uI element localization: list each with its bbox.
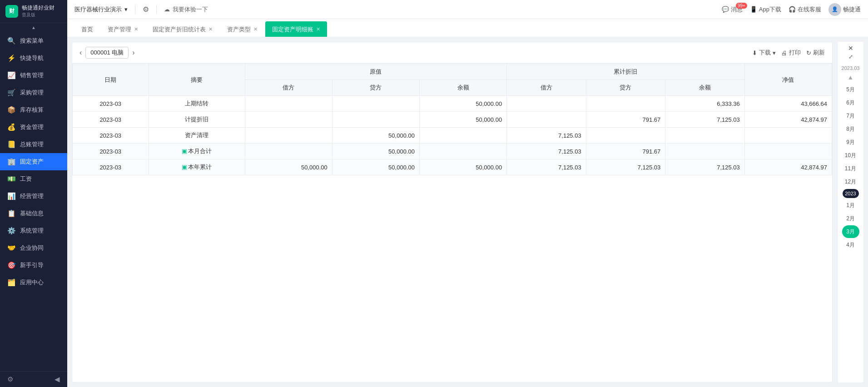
tab-home[interactable]: 首页 — [74, 21, 100, 37]
cell-acc-debit — [507, 96, 586, 112]
app-download-btn[interactable]: 📱 App下载 — [750, 5, 781, 14]
next-asset-btn[interactable]: › — [132, 49, 134, 57]
basics-icon: 📋 — [7, 209, 15, 218]
topbar-settings-icon[interactable]: ⚙ — [143, 5, 149, 14]
guide-icon: 🎯 — [7, 261, 15, 269]
summary-icon: ▣ — [182, 148, 187, 154]
company-selector[interactable]: 医疗器械行业演示 ▾ — [74, 5, 128, 14]
collapse-icon[interactable]: ◀ — [55, 375, 60, 383]
th-orig-credit: 贷方 — [332, 80, 419, 96]
panel-header: ‹ 000001 电脑 › ⬇ 下载 ▾ 🖨 打印 ↻ — [72, 42, 832, 64]
topbar-divider — [135, 5, 135, 14]
tab-asset-type[interactable]: 资产类型✕ — [220, 21, 264, 37]
sidebar-item-operations[interactable]: 📊经营管理 — [0, 188, 67, 205]
sidebar-item-system[interactable]: ⚙️系统管理 — [0, 222, 67, 239]
cell-orig-credit — [332, 112, 419, 128]
messages-btn[interactable]: 💬 消息 99+ — [722, 5, 743, 14]
sidebar-item-enterprise[interactable]: 🤝企业协同 — [0, 239, 67, 257]
timeline-up-arrow[interactable]: ▲ — [848, 74, 854, 81]
timeline-month[interactable]: 11月 — [842, 162, 859, 175]
print-btn[interactable]: 🖨 打印 — [781, 49, 801, 57]
sidebar-item-apps[interactable]: 🗂️应用中心 — [0, 274, 67, 291]
settings-icon[interactable]: ⚙ — [7, 375, 13, 383]
cell-orig-debit — [245, 96, 332, 112]
cell-orig-debit — [245, 128, 332, 144]
timeline-month[interactable]: 8月 — [842, 123, 859, 135]
timeline-month[interactable]: 7月 — [842, 109, 859, 122]
tab-fixed-detail[interactable]: 固定资产明细账✕ — [265, 21, 327, 37]
online-service-btn[interactable]: 🎧 在线客服 — [789, 5, 821, 14]
cell-summary: 计提折旧 — [149, 112, 245, 128]
sidebar-item-label: 应用中心 — [20, 278, 44, 287]
cell-date: 2023-03 — [73, 159, 149, 175]
sidebar-item-quick-nav[interactable]: ⚡快捷导航 — [0, 50, 67, 67]
sidebar-item-label: 固定资产 — [20, 158, 44, 166]
cell-acc-debit: 7,125.03 — [507, 159, 586, 175]
tab-close-icon[interactable]: ✕ — [316, 26, 320, 32]
download-btn[interactable]: ⬇ 下载 ▾ — [752, 49, 776, 57]
cell-orig-balance — [419, 144, 506, 159]
timeline-month[interactable]: 6月 — [842, 96, 859, 109]
tab-label: 固定资产明细账 — [272, 25, 313, 34]
timeline-close-btn[interactable]: ✕ — [848, 45, 853, 52]
timeline-month[interactable]: 9月 — [842, 136, 859, 149]
th-date: 日期 — [73, 64, 149, 96]
timeline-month[interactable]: 1月 — [842, 199, 859, 212]
sidebar-item-search[interactable]: 🔍搜索菜单 — [0, 32, 67, 50]
detail-table: 日期 摘要 原值 累计折旧 净值 借方 贷方 余额 借方 贷方 余额 — [72, 64, 832, 175]
timeline-month[interactable]: 3月 — [842, 225, 859, 238]
sidebar-item-label: 系统管理 — [20, 227, 44, 235]
sidebar-scroll-up[interactable]: ▲ — [0, 23, 67, 32]
timeline-year-badge[interactable]: 2023 — [843, 189, 859, 198]
th-orig-debit: 借方 — [245, 80, 332, 96]
asset-tag[interactable]: 000001 电脑 — [85, 47, 129, 59]
cell-acc-balance — [665, 144, 745, 159]
sidebar-item-fixed-assets[interactable]: 🏢固定资产 — [0, 153, 67, 170]
timeline-month[interactable]: 5月 — [842, 83, 859, 96]
table-row: 2023-03 资产清理 50,000.00 7,125.03 — [73, 128, 832, 144]
sidebar-item-inventory[interactable]: 📦库存核算 — [0, 101, 67, 119]
sidebar-item-payroll[interactable]: 💵工资 — [0, 170, 67, 188]
topbar-divider2 — [156, 5, 157, 14]
tabs-bar: 首页资产管理✕固定资产折旧统计表✕资产类型✕固定资产明细账✕ — [67, 19, 868, 37]
download-chevron-icon: ▾ — [773, 50, 776, 56]
sidebar-item-label: 销售管理 — [20, 71, 44, 79]
tab-fixed-depreciation[interactable]: 固定资产折旧统计表✕ — [146, 21, 219, 37]
prev-asset-btn[interactable]: ‹ — [79, 49, 82, 57]
print-icon: 🖨 — [781, 50, 787, 56]
sidebar-item-finance[interactable]: 💰资金管理 — [0, 119, 67, 136]
sidebar-item-guide[interactable]: 🎯新手引导 — [0, 257, 67, 274]
timeline-month[interactable]: 10月 — [842, 149, 859, 162]
tab-close-icon[interactable]: ✕ — [208, 26, 213, 32]
search-icon: 🔍 — [7, 37, 15, 45]
inventory-icon: 📦 — [7, 106, 15, 114]
general-ledger-icon: 📒 — [7, 140, 15, 149]
sidebar-bottom: ⚙ ◀ — [0, 371, 67, 387]
timeline-month[interactable]: 4月 — [842, 238, 859, 251]
timeline-expand-btn[interactable]: ⤢ — [848, 54, 853, 60]
sidebar-item-basics[interactable]: 📋基础信息 — [0, 205, 67, 222]
finance-icon: 💰 — [7, 123, 15, 131]
sidebar-item-general-ledger[interactable]: 📒总账管理 — [0, 136, 67, 153]
sidebar-item-label: 工资 — [20, 175, 32, 183]
company-name: 医疗器械行业演示 — [74, 5, 122, 14]
cell-acc-credit: 791.67 — [586, 144, 665, 159]
summary-icon: ▣ — [182, 164, 187, 170]
user-avatar-area[interactable]: 👤 畅捷通 — [828, 3, 861, 16]
cell-net-value: 42,874.97 — [744, 112, 832, 128]
sidebar-item-sales[interactable]: 📈销售管理 — [0, 67, 67, 84]
experience-btn[interactable]: ☁ 我要体验一下 — [164, 5, 208, 14]
tab-close-icon[interactable]: ✕ — [134, 26, 138, 32]
logo-text: 畅捷通好业财 — [22, 5, 55, 12]
refresh-btn[interactable]: ↻ 刷新 — [806, 49, 825, 57]
cell-acc-balance: 6,333.36 — [665, 96, 745, 112]
timeline-month[interactable]: 12月 — [842, 175, 859, 188]
sidebar-item-purchase[interactable]: 🛒采购管理 — [0, 84, 67, 101]
sidebar-item-label: 快捷导航 — [20, 54, 44, 62]
sidebar-item-label: 企业协同 — [20, 244, 44, 252]
panel-nav: ‹ 000001 电脑 › — [79, 47, 135, 59]
tab-asset-mgmt[interactable]: 资产管理✕ — [101, 21, 145, 37]
tab-close-icon[interactable]: ✕ — [253, 26, 258, 32]
timeline-month[interactable]: 2月 — [842, 212, 859, 225]
th-acc-debit: 借方 — [507, 80, 586, 96]
